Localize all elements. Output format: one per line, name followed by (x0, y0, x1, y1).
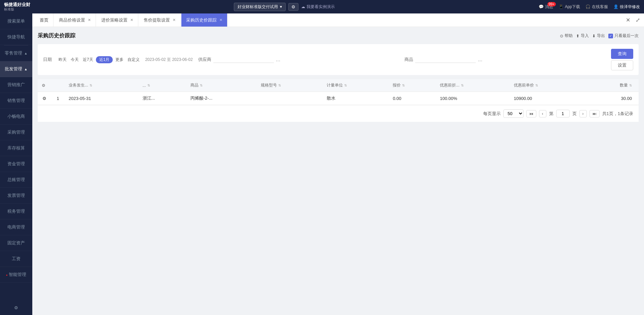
tab-goods-price-close[interactable]: ✕ (88, 18, 91, 22)
page-first-button[interactable]: ⏮ (526, 110, 536, 117)
row-extra: 浙江... (139, 92, 186, 105)
message-icon: 💬 (539, 4, 544, 9)
headset-icon: 🎧 (585, 4, 591, 9)
supplier-label: 供应商 (198, 57, 211, 63)
supplier-dots-button[interactable]: ... (276, 57, 280, 63)
th-pre-discount-sort-icon: ⇅ (535, 83, 538, 87)
tabs-right: ✕ ⤢ (624, 15, 641, 25)
th-pre-discount-price[interactable]: 优惠前单价 ⇅ (510, 79, 585, 92)
filter-row: 日期 昨天 今天 近7天 近1月 更多 自定义 2023-05-02 至 202… (43, 49, 633, 70)
date-yesterday-btn[interactable]: 昨天 (57, 56, 68, 63)
th-extra-sort-icon: ⇅ (147, 83, 150, 87)
sidebar-item-quick[interactable]: 快捷导航 (0, 29, 32, 45)
th-extra[interactable]: ... ⇅ (139, 79, 186, 92)
page-next-button[interactable]: › (579, 110, 587, 117)
table-section: ⚙ 业务发生... ⇅ ... ⇅ (38, 79, 639, 105)
query-button[interactable]: 查询 (611, 49, 633, 59)
tab-purchase-history[interactable]: 采购历史价跟踪 ✕ (181, 13, 227, 27)
gear-button[interactable]: ⚙ (288, 3, 298, 11)
th-quote[interactable]: 报价 ⇅ (389, 79, 436, 92)
tab-purchase-strategy-close[interactable]: ✕ (130, 18, 133, 22)
th-quantity-sort-icon: ⇅ (629, 83, 632, 87)
th-goods-sort-icon: ⇅ (200, 83, 203, 87)
export-icon: ⬇ (592, 34, 596, 38)
sidebar-item-ecom[interactable]: 电商管理 (0, 219, 32, 235)
import-button[interactable]: ⬆ 导入 (576, 33, 589, 39)
sidebar-item-tax[interactable]: 税务管理 (0, 204, 32, 219)
tab-purchase-strategy[interactable]: 进价策略设置 ✕ (97, 13, 138, 27)
page-last-button[interactable]: ⏭ (589, 110, 600, 117)
sidebar-item-wholesale[interactable]: 批发管理 ▲ (0, 61, 32, 77)
sidebar-settings-button[interactable]: ⚙ (0, 301, 32, 315)
help-button[interactable]: ⊙ 帮助 (560, 33, 573, 39)
filter-buttons: 查询 设置 (611, 49, 633, 70)
top-bar-right: 💬 消息 99+ 📱 App下载 🎧 在线客服 👤 徐泽华修改 (539, 4, 640, 10)
page-actions: ⊙ 帮助 ⬆ 导入 ⬇ 导出 只看最后一次 (560, 33, 639, 39)
cloud-icon: ☁ (301, 4, 305, 9)
sidebar-item-invoice[interactable]: 发票管理 (0, 188, 32, 204)
demo-button[interactable]: ☁ 我要看实例演示 (301, 4, 335, 10)
only-last-checkbox[interactable]: 只看最后一次 (608, 33, 639, 39)
tab-purchase-history-close[interactable]: ✕ (219, 18, 222, 22)
tab-home[interactable]: 首页 (35, 13, 53, 27)
sidebar-item-purchase[interactable]: 采购管理 (0, 125, 32, 140)
th-discount[interactable]: 优惠前折... ⇅ (436, 79, 510, 92)
checkbox-icon (608, 34, 613, 38)
tab-close-button[interactable]: ✕ (624, 15, 632, 25)
date-range-display: 2023-05-02 至 2023-06-02 (145, 57, 192, 63)
version-label: 好业财标准版交付试用 (238, 4, 278, 10)
filter-settings-button[interactable]: 设置 (611, 60, 633, 70)
tab-purchase-history-label: 采购历史价跟踪 (186, 17, 217, 23)
page-number-input[interactable] (556, 110, 570, 117)
th-quantity[interactable]: 数量 ⇅ (585, 79, 639, 92)
user-profile-button[interactable]: 👤 徐泽华修改 (613, 4, 640, 10)
export-label: 导出 (597, 33, 605, 39)
date-1month-btn[interactable]: 近1月 (96, 56, 113, 63)
supplier-input[interactable] (213, 56, 274, 63)
tab-sale-price[interactable]: 售价提取设置 ✕ (139, 13, 181, 27)
demo-label: 我要看实例演示 (307, 4, 335, 10)
per-page-select[interactable]: 50 100 200 (503, 109, 524, 118)
date-7days-btn[interactable]: 近7天 (81, 56, 95, 63)
row-gear[interactable]: ⚙ (38, 92, 51, 105)
sidebar-item-marketing[interactable]: 营销推广 (0, 77, 32, 93)
th-gear[interactable]: ⚙ (38, 79, 51, 92)
goods-dots-button[interactable]: ... (478, 57, 482, 63)
message-button[interactable]: 💬 消息 99+ (539, 4, 553, 10)
th-goods[interactable]: 商品 ⇅ (186, 79, 257, 92)
sidebar-item-finance[interactable]: 资金管理 (0, 156, 32, 172)
page-unit-label: 页 (572, 111, 577, 117)
sidebar-item-assets[interactable]: 固定资产 (0, 235, 32, 251)
th-date[interactable]: 业务发生... ⇅ (65, 79, 139, 92)
sidebar-item-search[interactable]: 搜索菜单 (0, 13, 32, 29)
date-custom-btn[interactable]: 自定义 (126, 56, 141, 63)
filter-section: 日期 昨天 今天 近7天 近1月 更多 自定义 2023-05-02 至 202… (38, 44, 639, 75)
export-button[interactable]: ⬇ 导出 (592, 33, 605, 39)
tab-maximize-button[interactable]: ⤢ (634, 15, 641, 25)
page-header: 采购历史价跟踪 ⊙ 帮助 ⬆ 导入 ⬇ 导出 (38, 32, 639, 39)
user-icon: 👤 (613, 4, 618, 9)
th-unit[interactable]: 计量单位 ⇅ (323, 79, 389, 92)
tab-goods-price[interactable]: 商品价格设置 ✕ (54, 13, 96, 27)
th-spec[interactable]: 规格型号 ⇅ (257, 79, 323, 92)
sidebar-item-ledger[interactable]: 总账管理 (0, 172, 32, 188)
app-download-button[interactable]: 📱 App下载 (559, 4, 580, 10)
date-today-btn[interactable]: 今天 (69, 56, 80, 63)
tab-sale-price-close[interactable]: ✕ (173, 18, 176, 22)
online-service-button[interactable]: 🎧 在线客服 (585, 4, 608, 10)
page-prev-button[interactable]: ‹ (539, 110, 546, 117)
sidebar-item-retail[interactable]: 零售管理 ▲ (0, 45, 32, 61)
sidebar-item-sales[interactable]: 销售管理 (0, 93, 32, 109)
help-icon: ⊙ (560, 34, 563, 38)
goods-label: 商品 (404, 57, 413, 63)
sidebar-item-salary[interactable]: 工资 (0, 251, 32, 267)
sidebar-item-smart[interactable]: ● 智能管理 (0, 267, 32, 283)
th-spec-sort-icon: ⇅ (278, 83, 281, 87)
row-quantity: 30.00 (585, 92, 639, 105)
sidebar-item-ecom-small[interactable]: 小畅电商 (0, 109, 32, 125)
page-title: 采购历史价跟踪 (38, 32, 75, 39)
version-selector[interactable]: 好业财标准版交付试用 ▾ (234, 3, 286, 11)
goods-input[interactable] (415, 56, 476, 63)
date-more-btn[interactable]: 更多 (114, 56, 125, 63)
sidebar-item-inventory[interactable]: 库存核算 (0, 140, 32, 156)
